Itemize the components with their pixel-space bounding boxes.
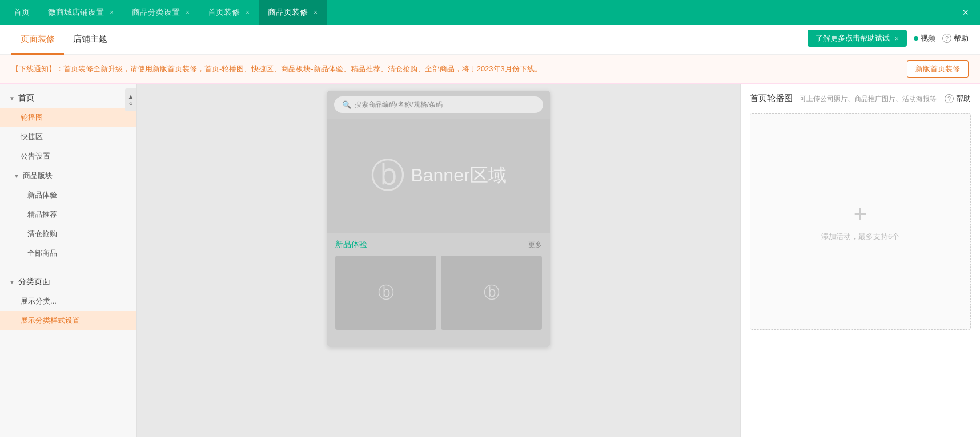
sidebar: ▲ « ▼ 首页 轮播图 快捷区 公告设置 ▼ 商品版块 新品体验: [0, 84, 137, 437]
right-panel-title-area: 首页轮播图 可上传公司照片、商品推广图片、活动海报等: [750, 93, 937, 104]
sidebar-item-notice[interactable]: 公告设置: [0, 147, 136, 166]
phone-section-more: 更多: [528, 240, 542, 250]
tab-home[interactable]: 首页: [5, 0, 39, 25]
sidebar-group-category: ▼ 分类页面 展示分类... 展示分类样式设置: [0, 268, 136, 335]
sub-tab-page-decor[interactable]: 页面装修: [11, 25, 64, 55]
help-banner-area: 了解更多点击帮助试试 × 视频 ? 帮助: [808, 30, 969, 47]
tab-category-settings-label: 商品分类设置: [132, 7, 180, 18]
sidebar-group-category-title[interactable]: ▼ 分类页面: [0, 272, 136, 292]
top-tabbar: 首页 微商城店铺设置 × 商品分类设置 × 首页装修 × 商品页装修 × ×: [0, 0, 980, 25]
phone-products-row: ⓑ ⓑ: [335, 256, 542, 330]
right-panel-header: 首页轮播图 可上传公司照片、商品推广图片、活动海报等 ? 帮助: [750, 93, 971, 104]
right-panel-help-link[interactable]: ? 帮助: [945, 94, 971, 104]
sidebar-item-category-style[interactable]: 展示分类样式设置: [0, 311, 136, 330]
phone-new-section: 新品体验 更多 ⓑ ⓑ: [327, 233, 550, 347]
sidebar-group-home-title[interactable]: ▼ 首页: [0, 88, 136, 108]
help-pill-close-icon[interactable]: ×: [894, 34, 899, 43]
sidebar-item-show-category[interactable]: 展示分类...: [0, 292, 136, 311]
sidebar-item-featured-label: 精品推荐: [27, 210, 57, 218]
sidebar-item-clearance[interactable]: 清仓抢购: [0, 224, 136, 244]
tab-product-decor-close-icon[interactable]: ×: [314, 9, 318, 17]
sidebar-item-featured[interactable]: 精品推荐: [0, 205, 136, 224]
tab-shop-settings-label: 微商城店铺设置: [48, 7, 104, 18]
phone-search-placeholder: 搜索商品编码/名称/规格/条码: [355, 100, 443, 110]
phone-preview: 🔍 搜索商品编码/名称/规格/条码 ⓑ Banner区域 新品体验 更多 ⓑ: [327, 91, 550, 347]
tab-shop-settings[interactable]: 微商城店铺设置 ×: [39, 0, 123, 25]
sidebar-item-new-exp[interactable]: 新品体验: [0, 185, 136, 205]
phone-product-item-1[interactable]: ⓑ: [335, 256, 436, 330]
tab-home-decor[interactable]: 首页装修 ×: [199, 0, 259, 25]
banner-logo-icon: ⓑ: [371, 153, 405, 199]
help-question-icon: ?: [942, 34, 951, 43]
group-category-arrow-icon: ▼: [9, 279, 15, 285]
sidebar-item-all-products-label: 全部商品: [27, 249, 57, 257]
sidebar-item-clearance-label: 清仓抢购: [27, 229, 57, 238]
right-panel-title: 首页轮播图: [750, 93, 793, 103]
sidebar-item-notice-label: 公告设置: [21, 152, 50, 160]
phone-new-section-title: 新品体验: [335, 240, 367, 250]
product-placeholder-icon-2: ⓑ: [484, 282, 500, 304]
sub-tab-shop-theme-label: 店铺主题: [73, 34, 107, 44]
add-image-area[interactable]: + 添加活动，最多支持6个: [750, 113, 971, 330]
panel-help-label: 帮助: [956, 94, 971, 104]
add-image-plus-icon: +: [854, 201, 867, 227]
sidebar-sub-group-product-block[interactable]: ▼ 商品版块: [0, 166, 136, 185]
video-label: 视频: [921, 33, 935, 43]
help-label: 帮助: [954, 33, 969, 43]
sidebar-group-home-label: 首页: [18, 93, 34, 103]
notice-bar: 【下线通知】：首页装修全新升级，请使用新版首页装修，首页-轮播图、快捷区、商品板…: [0, 55, 980, 84]
add-image-label: 添加活动，最多支持6个: [821, 232, 899, 242]
sidebar-group-home: ▼ 首页 轮播图 快捷区 公告设置 ▼ 商品版块 新品体验 精品推荐: [0, 84, 136, 268]
phone-search-input: 🔍 搜索商品编码/名称/规格/条码: [334, 96, 543, 113]
sidebar-item-shortcut[interactable]: 快捷区: [0, 127, 136, 147]
right-panel-subtitle: 可上传公司照片、商品推广图片、活动海报等: [800, 95, 937, 103]
chevron-left-icon: «: [129, 100, 132, 107]
sidebar-group-category-label: 分类页面: [18, 277, 50, 287]
tab-category-settings-close-icon[interactable]: ×: [186, 9, 190, 17]
sub-group-arrow-icon: ▼: [14, 173, 19, 179]
sidebar-item-all-products[interactable]: 全部商品: [0, 244, 136, 263]
product-placeholder-icon-1: ⓑ: [378, 282, 394, 304]
banner-area-label: Banner区域: [411, 163, 506, 188]
panel-help-question-icon: ?: [945, 94, 954, 103]
sidebar-item-new-exp-label: 新品体验: [27, 191, 57, 199]
new-home-decor-button[interactable]: 新版首页装修: [907, 60, 969, 78]
help-pill[interactable]: 了解更多点击帮助试试 ×: [808, 30, 907, 47]
sidebar-item-banner-label: 轮播图: [21, 113, 43, 122]
sub-tab-page-decor-label: 页面装修: [21, 34, 55, 44]
phone-search-bar: 🔍 搜索商品编码/名称/规格/条码: [327, 91, 550, 119]
help-pill-label: 了解更多点击帮助试试: [816, 33, 890, 43]
sidebar-sub-group-product-block-label: 商品版块: [23, 171, 53, 181]
right-panel: 首页轮播图 可上传公司照片、商品推广图片、活动海报等 ? 帮助 + 添加活动，最…: [740, 84, 980, 437]
sub-tab-shop-theme[interactable]: 店铺主题: [64, 25, 117, 55]
phone-product-item-2[interactable]: ⓑ: [441, 256, 542, 330]
tab-product-decor-label: 商品页装修: [268, 7, 308, 18]
phone-section-header: 新品体验 更多: [335, 240, 542, 250]
tab-home-decor-close-icon[interactable]: ×: [246, 9, 250, 17]
help-link[interactable]: ? 帮助: [942, 33, 969, 43]
tab-shop-settings-close-icon[interactable]: ×: [110, 9, 114, 17]
tab-product-decor[interactable]: 商品页装修 ×: [259, 0, 327, 25]
main-layout: ▲ « ▼ 首页 轮播图 快捷区 公告设置 ▼ 商品版块 新品体验: [0, 84, 980, 437]
video-dot-icon: [914, 36, 918, 41]
tab-home-label: 首页: [14, 7, 30, 18]
sidebar-item-category-style-label: 展示分类样式设置: [21, 316, 80, 325]
group-home-arrow-icon: ▼: [9, 95, 15, 102]
video-link[interactable]: 视频: [914, 33, 935, 43]
tab-category-settings[interactable]: 商品分类设置 ×: [123, 0, 199, 25]
sidebar-item-shortcut-label: 快捷区: [21, 132, 43, 141]
center-preview: 🔍 搜索商品编码/名称/规格/条码 ⓑ Banner区域 新品体验 更多 ⓑ: [137, 84, 740, 437]
sidebar-item-show-category-label: 展示分类...: [21, 297, 57, 305]
tab-home-decor-label: 首页装修: [208, 7, 240, 18]
notice-text: 【下线通知】：首页装修全新升级，请使用新版首页装修，首页-轮播图、快捷区、商品板…: [11, 64, 901, 74]
chevron-up-icon: ▲: [128, 93, 134, 100]
global-close-button[interactable]: ×: [955, 7, 975, 19]
sub-tabbar: 页面装修 店铺主题 了解更多点击帮助试试 × 视频 ? 帮助: [0, 25, 980, 55]
sidebar-collapse-button[interactable]: ▲ «: [125, 88, 136, 111]
phone-banner-area[interactable]: ⓑ Banner区域: [327, 119, 550, 233]
sidebar-item-banner[interactable]: 轮播图: [0, 108, 136, 127]
